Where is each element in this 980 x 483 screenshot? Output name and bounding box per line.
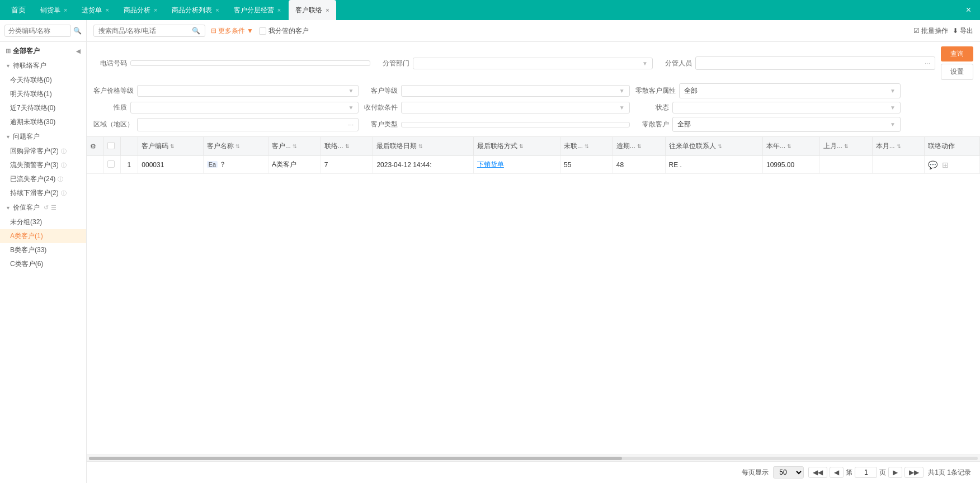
nav-item-purchase[interactable]: 进货单 × — [75, 0, 115, 20]
sidebar-item-churn-warning[interactable]: 流失预警客户(3) ⓘ — [0, 158, 86, 172]
horizontal-scrollbar[interactable] — [87, 454, 980, 461]
header-checkbox[interactable] — [107, 142, 115, 149]
th-last-date[interactable]: 最后联络日期⇅ — [373, 137, 474, 156]
sidebar-item-b-class[interactable]: B类客户(33) — [0, 243, 86, 257]
th-prev-contacts[interactable]: 往来单位联系人⇅ — [665, 137, 763, 156]
last-page-btn[interactable]: ▶▶ — [904, 467, 924, 478]
sidebar-search-input[interactable] — [4, 25, 71, 37]
sort-code[interactable]: ⇅ — [170, 144, 175, 149]
sidebar-item-a-class[interactable]: A类客户(1) — [0, 229, 86, 243]
sidebar-group-pending[interactable]: ▼ 待联络客户 — [0, 58, 86, 73]
th-last-month[interactable]: 上月...⇅ — [819, 137, 872, 156]
close-customer-contact-tab[interactable]: × — [326, 7, 329, 13]
batch-op-btn[interactable]: ☑ 批量操作 — [913, 26, 948, 36]
last-method-link[interactable]: 下销货单 — [477, 160, 504, 168]
cell-check[interactable] — [103, 156, 120, 174]
th-contacts[interactable]: 联络...⇅ — [321, 137, 373, 156]
nature-select[interactable]: ▼ — [130, 102, 359, 113]
nav-item-customer-tier[interactable]: 客户分层经营 × — [227, 0, 288, 20]
export-btn[interactable]: ⬇ 导出 — [953, 26, 973, 36]
grid-action-icon[interactable]: ⊞ — [942, 160, 949, 169]
nav-item-customer-contact[interactable]: 客户联络 × — [289, 0, 336, 20]
sort-last-method[interactable]: ⇅ — [519, 144, 524, 149]
th-code[interactable]: 客户编码⇅ — [138, 137, 203, 156]
th-type[interactable]: 客户...⇅ — [268, 137, 321, 156]
region-input[interactable]: ··· — [137, 118, 359, 131]
cell-name[interactable]: Ea？ — [203, 156, 268, 174]
window-close-button[interactable]: × — [962, 5, 976, 15]
page-number-input[interactable] — [855, 467, 877, 478]
close-purchase-tab[interactable]: × — [105, 7, 109, 13]
status-select[interactable]: ▼ — [672, 102, 901, 113]
sort-type[interactable]: ⇅ — [293, 144, 297, 149]
sidebar-search-icon[interactable]: 🔍 — [73, 27, 82, 35]
retail-customer-select[interactable]: 全部 ▼ — [672, 117, 901, 132]
th-overdue[interactable]: 逾期...⇅ — [613, 137, 665, 156]
sidebar-group-problem[interactable]: ▼ 问题客户 — [0, 129, 86, 144]
table-scroll[interactable]: ⚙ 客户编码⇅ 客户名称⇅ 客户...⇅ 联络...⇅ 最后联络日期⇅ 最后联络… — [87, 137, 980, 454]
filter-more-btn[interactable]: ⊟ 更多条件 ▼ — [211, 26, 253, 36]
filter-my-customers[interactable]: 我分管的客户 — [259, 26, 309, 36]
th-no-contact[interactable]: 未联...⇅ — [560, 137, 613, 156]
first-page-btn[interactable]: ◀◀ — [808, 467, 827, 478]
sidebar-group-value[interactable]: ▼ 价值客户 ↺ ☰ — [0, 200, 86, 215]
close-customer-tier-tab[interactable]: × — [277, 7, 281, 13]
phone-input[interactable] — [130, 60, 370, 66]
page-size-select[interactable]: 50 100 — [773, 466, 804, 479]
sort-last-date[interactable]: ⇅ — [418, 144, 423, 149]
th-last-method[interactable]: 最后联络方式⇅ — [473, 137, 560, 156]
sidebar-item-week-contact[interactable]: 近7天待联络(0) — [0, 101, 86, 115]
th-this-month[interactable]: 本月...⇅ — [872, 137, 925, 156]
close-product-list-tab[interactable]: × — [215, 7, 219, 13]
sidebar-collapse-icon[interactable]: ◀ — [76, 48, 81, 54]
th-gear[interactable]: ⚙ — [87, 137, 103, 156]
sort-no-contact[interactable]: ⇅ — [585, 144, 589, 149]
th-check[interactable] — [103, 137, 120, 156]
payment-select[interactable]: ▼ — [401, 102, 629, 113]
sidebar-item-tomorrow-contact[interactable]: 明天待联络(1) — [0, 87, 86, 101]
sort-last-month[interactable]: ⇅ — [844, 144, 849, 149]
filter-search-box[interactable]: 🔍 — [93, 25, 205, 37]
search-icon[interactable]: 🔍 — [192, 27, 200, 35]
customer-type-input[interactable] — [401, 122, 629, 127]
sidebar-item-today-contact[interactable]: 今天待联络(0) — [0, 73, 86, 87]
nav-item-sales[interactable]: 销货单 × — [34, 0, 74, 20]
manager-input[interactable]: ··· — [695, 56, 935, 70]
message-action-icon[interactable]: 💬 — [928, 160, 937, 169]
prev-page-btn[interactable]: ◀ — [830, 467, 844, 478]
cell-last-method[interactable]: 下销货单 — [473, 156, 560, 174]
query-button[interactable]: 查询 — [941, 46, 973, 61]
nav-item-product-list[interactable]: 商品分析列表 × — [165, 0, 225, 20]
scrollbar-thumb[interactable] — [89, 457, 622, 460]
nav-home[interactable]: 首页 — [4, 5, 32, 15]
row-checkbox[interactable] — [107, 160, 115, 168]
sidebar-item-declining[interactable]: 持续下滑客户(2) ⓘ — [0, 186, 86, 200]
nav-item-product-analysis[interactable]: 商品分析 × — [117, 0, 164, 20]
sort-this-month[interactable]: ⇅ — [897, 144, 901, 149]
close-product-analysis-tab[interactable]: × — [154, 7, 157, 13]
price-level-select[interactable]: ▼ — [137, 85, 359, 97]
settings-button[interactable]: 设置 — [941, 64, 973, 80]
sort-this-year[interactable]: ⇅ — [787, 144, 791, 149]
customer-level-select[interactable]: ▼ — [401, 85, 629, 97]
filter-search-input[interactable] — [98, 27, 190, 35]
retail-attr-select[interactable]: 全部 ▼ — [679, 83, 901, 98]
sidebar-item-repurchase[interactable]: 回购异常客户(2) ⓘ — [0, 144, 86, 158]
sidebar-item-churned[interactable]: 已流失客户(24) ⓘ — [0, 172, 86, 186]
close-sales-tab[interactable]: × — [64, 7, 67, 13]
sidebar-item-overdue-contact[interactable]: 逾期未联络(30) — [0, 115, 86, 129]
sidebar-all-customers-header[interactable]: ⊞ 全部客户 ◀ — [0, 42, 86, 58]
scrollbar-track[interactable] — [89, 457, 978, 460]
sort-prev-contacts[interactable]: ⇅ — [718, 144, 722, 149]
sort-name[interactable]: ⇅ — [235, 144, 240, 149]
next-page-btn[interactable]: ▶ — [888, 467, 902, 478]
value-settings-icon[interactable]: ☰ — [51, 204, 56, 211]
th-name[interactable]: 客户名称⇅ — [203, 137, 268, 156]
th-this-year[interactable]: 本年...⇅ — [763, 137, 820, 156]
sort-overdue[interactable]: ⇅ — [637, 144, 642, 149]
my-customers-checkbox[interactable] — [259, 27, 266, 35]
sort-contacts[interactable]: ⇅ — [345, 144, 350, 149]
sidebar-item-c-class[interactable]: C类客户(6) — [0, 257, 86, 271]
value-refresh-icon[interactable]: ↺ — [44, 204, 49, 211]
dept-select[interactable]: ▼ — [413, 58, 653, 69]
